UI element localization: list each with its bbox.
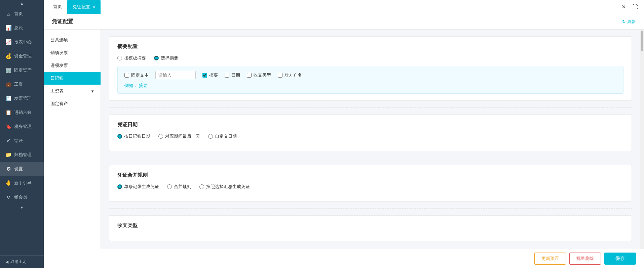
sidebar-item-payroll[interactable]: 💼 工资 <box>0 77 44 91</box>
sidebar-item-tax[interactable]: 🔖 税务管理 <box>0 120 44 134</box>
sidebar-item-funds[interactable]: 💰 资金管理 <box>0 49 44 63</box>
radio-single-record[interactable]: 单条记录生成凭证 <box>117 184 159 190</box>
voucher-date-title: 凭证日期 <box>117 122 623 128</box>
radio-custom-date-input[interactable] <box>208 134 213 139</box>
radio-template-label: 按模板摘要 <box>124 55 146 61</box>
sidebar-item-ledger[interactable]: 📊 总账 <box>0 21 44 35</box>
nav-item-payroll-table[interactable]: 工资表 ▾ <box>44 85 101 97</box>
radio-custom-date[interactable]: 自定义日期 <box>208 133 237 139</box>
income-type-section: 收支类型 <box>109 215 632 241</box>
example-prefix-label: 例如： <box>124 83 138 88</box>
radio-single-record-input[interactable] <box>117 184 122 189</box>
tab-active-label: 凭证配置 <box>73 4 90 10</box>
radio-merge-rule-label: 合并规则 <box>174 184 191 190</box>
tax-icon: 🔖 <box>5 124 11 130</box>
fullscreen-button[interactable]: ⛶ <box>631 3 640 11</box>
sidebar-item-purchase-sales[interactable]: 📋 进销台账 <box>0 105 44 120</box>
tab-home[interactable]: 首页 <box>48 0 67 14</box>
sidebar-item-archive[interactable]: 📁 归档管理 <box>0 148 44 162</box>
divider-2 <box>109 158 632 158</box>
purchase-sales-icon: 📋 <box>5 109 11 116</box>
checkbox-fixed-text-input[interactable] <box>124 73 129 78</box>
tab-bar-actions: ✕ ⛶ <box>619 2 640 11</box>
summary-config-section: 摘要配置 按模板摘要 选择摘要 <box>109 36 632 101</box>
refresh-label: 刷新 <box>627 19 636 25</box>
radio-select-merge-input[interactable] <box>199 184 204 189</box>
nav-item-journal[interactable]: 日记账 <box>44 72 101 85</box>
radio-select-input[interactable] <box>154 56 159 60</box>
radio-merge-rule[interactable]: 合并规则 <box>167 184 191 190</box>
radio-select-summary[interactable]: 选择摘要 <box>154 55 178 61</box>
nav-item-sales-invoice-label: 销项发票 <box>50 50 68 56</box>
example-value-label: 摘要 <box>139 83 148 88</box>
sidebar-scroll-down[interactable]: ▼ <box>0 204 44 211</box>
radio-last-day-input[interactable] <box>158 134 163 139</box>
radio-merge-rule-input[interactable] <box>167 184 172 189</box>
nav-item-public[interactable]: 公共选项 <box>44 34 101 46</box>
sidebar-item-label: 资金管理 <box>14 53 32 59</box>
sidebar-scroll-up[interactable]: ▲ <box>0 0 44 7</box>
update-preview-button[interactable]: 更新预置 <box>534 253 566 265</box>
cancel-fixed-button[interactable]: ◀ 取消固定 <box>0 255 44 268</box>
sidebar-item-reports[interactable]: 📈 报表中心 <box>0 35 44 49</box>
nav-item-fixed-assets[interactable]: 固定资产 <box>44 97 101 110</box>
radio-template-summary[interactable]: 按模板摘要 <box>117 55 146 61</box>
checkbox-income-type[interactable]: 收支类型 <box>247 72 271 78</box>
radio-journal-date-input[interactable] <box>117 134 122 139</box>
funds-icon: 💰 <box>5 53 11 59</box>
sidebar-item-assets[interactable]: 🏢 固定资产 <box>0 63 44 77</box>
checkbox-date-input[interactable] <box>225 73 229 78</box>
cancel-fixed-label: 取消固定 <box>10 259 27 265</box>
summary-checkboxes: 固定文本 摘要 日期 <box>124 71 616 79</box>
sidebar-item-label: 新手引导 <box>14 180 32 186</box>
checkbox-date[interactable]: 日期 <box>225 72 240 78</box>
batch-delete-button[interactable]: 批量删除 <box>569 253 601 265</box>
radio-select-merge[interactable]: 按照选择汇总生成凭证 <box>199 184 250 190</box>
radio-journal-date-label: 按日记账日期 <box>124 133 150 139</box>
sidebar-item-settings[interactable]: ⚙ 设置 <box>0 162 44 176</box>
sidebar-item-label: 总账 <box>14 25 23 31</box>
close-window-button[interactable]: ✕ <box>619 2 628 11</box>
nav-item-sales-invoice[interactable]: 销项发票 <box>44 46 101 59</box>
radio-journal-date[interactable]: 按日记账日期 <box>117 133 150 139</box>
nav-item-purchase-invoice[interactable]: 进项发票 <box>44 59 101 72</box>
checkbox-counterparty-input[interactable] <box>278 73 282 78</box>
radio-template-input[interactable] <box>117 56 122 60</box>
sidebar-item-label: 归档管理 <box>14 152 32 158</box>
merge-rules-section: 凭证合并规则 单条记录生成凭证 合并规则 按照选择汇总生成凭证 <box>109 165 632 202</box>
sidebar-item-home[interactable]: ⌂ 首页 <box>0 7 44 21</box>
checkbox-summary[interactable]: 摘要 <box>202 72 218 78</box>
page-header: 凭证配置 ↻ 刷新 <box>44 14 644 30</box>
voucher-date-section: 凭证日期 按日记账日期 对应期间最后一天 自定义日期 <box>109 115 632 151</box>
radio-custom-date-label: 自定义日期 <box>215 133 237 139</box>
merge-rules-radio-group: 单条记录生成凭证 合并规则 按照选择汇总生成凭证 <box>117 184 623 190</box>
checkbox-summary-input[interactable] <box>202 73 207 78</box>
checkbox-fixed-text[interactable]: 固定文本 <box>124 72 149 78</box>
guide-icon: 🤚 <box>5 180 11 186</box>
tab-close-icon[interactable]: × <box>93 5 95 9</box>
sidebar-item-label: 税务管理 <box>14 124 32 130</box>
summary-config-title: 摘要配置 <box>117 43 623 50</box>
checkbox-fixed-text-label: 固定文本 <box>131 72 149 78</box>
checkbox-counterparty-label: 对方户名 <box>285 72 302 78</box>
refresh-button[interactable]: ↻ 刷新 <box>622 19 636 25</box>
scroll-indicator[interactable] <box>640 30 644 249</box>
sidebar-item-invoice-mgmt[interactable]: 🧾 发票管理 <box>0 91 44 105</box>
ledger-icon: 📊 <box>5 25 11 31</box>
payroll-icon: 💼 <box>5 81 11 87</box>
checkbox-counterparty[interactable]: 对方户名 <box>278 72 302 78</box>
save-button[interactable]: 保存 <box>604 253 636 265</box>
sidebar-item-guide[interactable]: 🤚 新手引导 <box>0 176 44 190</box>
sidebar-item-label: 发票管理 <box>14 95 32 101</box>
chevron-down-icon: ▾ <box>91 89 94 94</box>
fixed-text-input[interactable] <box>155 71 196 79</box>
tab-voucher-config[interactable]: 凭证配置 × <box>67 0 101 14</box>
sidebar-item-label: 首页 <box>14 11 23 17</box>
radio-last-day[interactable]: 对应期间最后一天 <box>158 133 200 139</box>
tab-bar: 首页 凭证配置 × ✕ ⛶ <box>44 0 644 14</box>
sidebar-item-label: 工资 <box>14 81 23 87</box>
sidebar-item-closing[interactable]: ✔ 结账 <box>0 134 44 148</box>
sidebar-item-member[interactable]: V 畅会员 <box>0 190 44 204</box>
refresh-icon: ↻ <box>622 19 626 24</box>
checkbox-income-type-input[interactable] <box>247 73 252 78</box>
